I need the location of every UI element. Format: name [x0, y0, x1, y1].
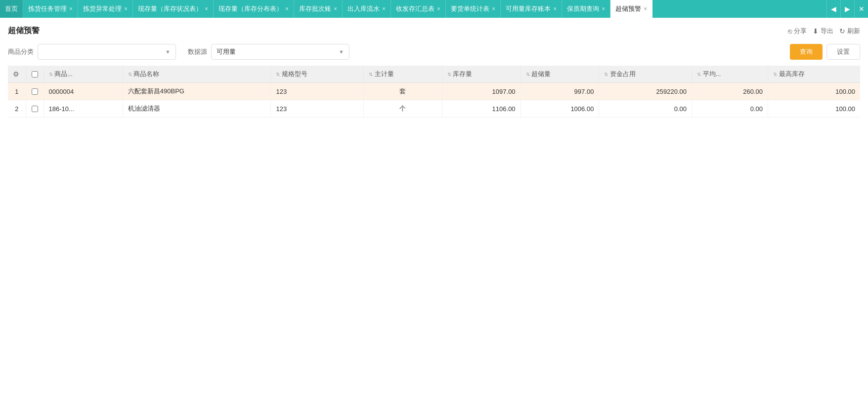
nav-item-inventory-status-label: 现存量（库存状况表） — [138, 4, 202, 13]
row-checkbox-cell — [26, 83, 43, 100]
query-button[interactable]: 查询 — [790, 44, 823, 60]
th-stock-sort-icon[interactable]: ⇅ — [447, 72, 451, 77]
nav-item-available-ledger[interactable]: 可用量库存账本 × — [501, 0, 562, 18]
nav-item-home[interactable]: 首页 — [0, 0, 23, 18]
nav-item-task-mgmt[interactable]: 拣货任务管理 × — [23, 0, 78, 18]
nav-close-abnormal[interactable]: × — [124, 5, 128, 12]
row-checkbox[interactable] — [32, 88, 38, 95]
row-max-stock: 100.00 — [768, 83, 860, 100]
nav-close-order-stats[interactable]: × — [492, 5, 495, 12]
row-checkbox[interactable] — [32, 106, 38, 112]
row-max-stock: 100.00 — [768, 100, 860, 118]
nav-item-receive-summary-label: 收发存汇总表 — [396, 4, 434, 13]
main-content: 超储预警 ⎋ 分享 ⬇ 导出 ↻ 刷新 商品分类 ▼ 数据源 — [0, 18, 868, 395]
nav-item-home-label: 首页 — [5, 4, 18, 13]
nav-item-abnormal-label: 拣货异常处理 — [83, 4, 122, 13]
table-header: ⚙ ⇅ 商品... ⇅ 商品名称 ⇅ 规格型号 — [8, 66, 860, 83]
share-button[interactable]: ⎋ 分享 — [788, 27, 807, 36]
page-actions: ⎋ 分享 ⬇ 导出 ↻ 刷新 — [788, 27, 860, 36]
row-product-name: 机油滤清器 — [123, 100, 271, 118]
th-max-stock: ⇅ 最高库存 — [768, 66, 860, 83]
th-max-stock-sort-icon[interactable]: ⇅ — [773, 72, 777, 77]
nav-close-inventory-dist[interactable]: × — [285, 5, 289, 12]
row-product-code: 186-10... — [43, 100, 123, 118]
th-settings: ⚙ — [8, 66, 26, 83]
refresh-icon: ↻ — [839, 27, 845, 35]
th-checkbox — [26, 66, 43, 83]
settings-button[interactable]: 设置 — [826, 44, 860, 60]
row-avg: 260.00 — [692, 83, 768, 100]
nav-item-abnormal[interactable]: 拣货异常处理 × — [78, 0, 133, 18]
filter-actions: 查询 设置 — [790, 44, 860, 60]
table-row: 2 186-10... 机油滤清器 123 个 1106.00 1006.00 … — [8, 100, 860, 118]
th-product-name-sort-icon[interactable]: ⇅ — [128, 72, 132, 77]
nav-close-task-mgmt[interactable]: × — [69, 5, 73, 12]
nav-close-all-button[interactable]: ✕ — [854, 0, 868, 18]
export-button[interactable]: ⬇ 导出 — [813, 27, 833, 36]
nav-close-overstock-warning[interactable]: × — [644, 5, 647, 12]
share-label: 分享 — [794, 27, 807, 36]
nav-prev-button[interactable]: ◀ — [826, 0, 840, 18]
share-icon: ⎋ — [788, 27, 792, 35]
nav-item-order-stats-label: 要货单统计表 — [451, 4, 489, 13]
row-num: 1 — [8, 83, 26, 100]
nav-item-receive-summary[interactable]: 收发存汇总表 × — [391, 0, 446, 18]
th-avg-sort-icon[interactable]: ⇅ — [697, 72, 701, 77]
nav-item-inventory-status[interactable]: 现存量（库存状况表） × — [133, 0, 214, 18]
nav-close-inventory-status[interactable]: × — [205, 5, 208, 12]
row-overstock: 997.00 — [521, 83, 599, 100]
row-overstock: 1006.00 — [521, 100, 599, 118]
th-spec-sort-icon[interactable]: ⇅ — [276, 72, 280, 77]
nav-item-batch[interactable]: 库存批次账 × — [294, 0, 343, 18]
page-title: 超储预警 — [8, 26, 40, 36]
nav-item-inout-flow[interactable]: 出入库流水 × — [343, 0, 391, 18]
th-spec-label: 规格型号 — [282, 70, 307, 78]
category-label: 商品分类 — [8, 47, 34, 56]
th-stock-label: 库存量 — [453, 70, 472, 78]
nav-close-quality-check[interactable]: × — [602, 5, 605, 12]
datasource-label: 数据源 — [188, 47, 207, 56]
export-label: 导出 — [821, 27, 833, 36]
nav-item-order-stats[interactable]: 要货单统计表 × — [446, 0, 501, 18]
row-avg: 0.00 — [692, 100, 768, 118]
select-all-checkbox[interactable] — [32, 71, 38, 78]
filter-row: 商品分类 ▼ 数据源 可用量 ▼ 查询 设置 — [8, 44, 860, 60]
th-unit-sort-icon[interactable]: ⇅ — [369, 72, 373, 77]
th-overstock-sort-icon[interactable]: ⇅ — [526, 72, 530, 77]
th-capital-label: 资金占用 — [610, 70, 636, 78]
nav-item-quality-check-label: 保质期查询 — [567, 4, 599, 13]
th-capital-sort-icon[interactable]: ⇅ — [604, 72, 608, 77]
th-avg-label: 平均... — [703, 70, 721, 78]
row-capital: 0.00 — [599, 100, 692, 118]
refresh-label: 刷新 — [847, 27, 860, 36]
row-product-name: 六配套新昌490BPG — [123, 83, 271, 100]
nav-close-inout-flow[interactable]: × — [382, 5, 386, 12]
datasource-chevron-down-icon: ▼ — [339, 49, 344, 55]
nav-close-batch[interactable]: × — [334, 5, 337, 12]
nav-item-task-mgmt-label: 拣货任务管理 — [28, 4, 67, 13]
th-product-code-sort-icon[interactable]: ⇅ — [49, 72, 53, 77]
category-chevron-down-icon: ▼ — [165, 49, 171, 55]
nav-close-receive-summary[interactable]: × — [437, 5, 440, 12]
table-body: 1 0000004 六配套新昌490BPG 123 套 1097.00 997.… — [8, 83, 860, 118]
th-stock: ⇅ 库存量 — [442, 66, 521, 83]
nav-item-batch-label: 库存批次账 — [299, 4, 331, 13]
nav-item-inventory-dist[interactable]: 现存量（库存分布表） × — [214, 0, 294, 18]
nav-item-quality-check[interactable]: 保质期查询 × — [562, 0, 610, 18]
nav-next-button[interactable]: ▶ — [840, 0, 854, 18]
th-spec: ⇅ 规格型号 — [271, 66, 364, 83]
table-row: 1 0000004 六配套新昌490BPG 123 套 1097.00 997.… — [8, 83, 860, 100]
th-unit: ⇅ 主计量 — [364, 66, 442, 83]
row-spec: 123 — [271, 83, 364, 100]
row-spec: 123 — [271, 100, 364, 118]
category-select[interactable]: ▼ — [38, 44, 176, 60]
nav-item-overstock-warning[interactable]: 超储预警 × — [610, 0, 652, 18]
nav-close-available-ledger[interactable]: × — [553, 5, 557, 12]
datasource-select[interactable]: 可用量 ▼ — [211, 44, 349, 60]
gear-icon[interactable]: ⚙ — [13, 70, 19, 78]
th-avg: ⇅ 平均... — [692, 66, 768, 83]
th-overstock-label: 超储量 — [531, 70, 551, 78]
refresh-button[interactable]: ↻ 刷新 — [839, 27, 860, 36]
row-capital: 259220.00 — [599, 83, 692, 100]
th-capital: ⇅ 资金占用 — [599, 66, 692, 83]
